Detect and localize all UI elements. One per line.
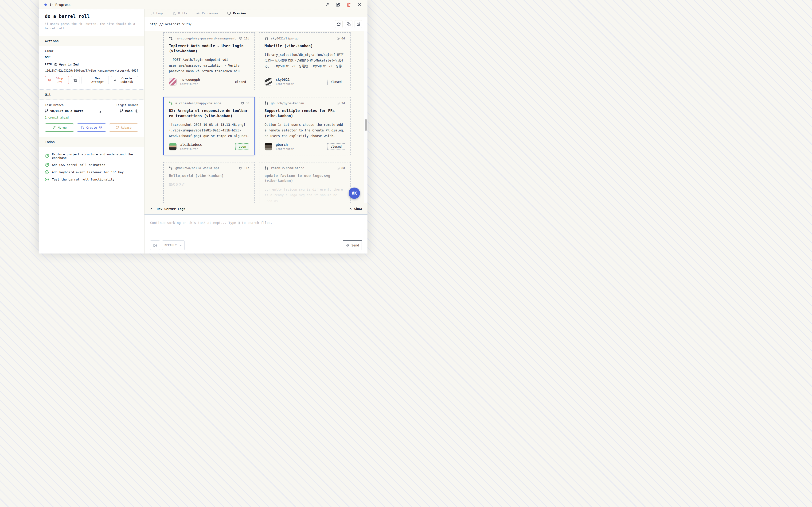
actions-section-header: Actions [39, 36, 144, 46]
todo-item: Explore project structure and understand… [45, 151, 138, 161]
git-branch-icon [45, 109, 48, 113]
tab-label: Processes [202, 11, 218, 15]
open-external-button[interactable] [355, 20, 362, 28]
send-icon [346, 244, 349, 247]
preview-url-bar: http://localhost:5173/ [145, 17, 367, 31]
new-attempt-label: New Attempt [90, 76, 106, 83]
pr-card[interactable]: romanlv/readlater2 8d update favicon to … [259, 162, 351, 203]
git-section-header: Git [39, 90, 144, 100]
status-dot-icon [44, 3, 47, 6]
create-subtask-button[interactable]: Create Subtask [111, 76, 138, 84]
new-attempt-button[interactable]: New Attempt [82, 76, 109, 84]
tab-logs[interactable]: Logs [151, 11, 163, 15]
task-branch-value: vk/063f-do-a-barre [50, 109, 84, 113]
task-sidebar: do a barrel roll if users press the 'b' … [39, 9, 145, 253]
target-branch-value: main [125, 109, 133, 113]
variant-select[interactable]: DEFAULT [162, 240, 185, 250]
dev-server-logs-bar[interactable]: Dev Server Logs Show [145, 203, 367, 215]
pr-card[interactable]: gmaekawa/hello-world-api 11d Hello,world… [163, 162, 255, 203]
avatar [264, 78, 272, 86]
author-role: Contributor [180, 82, 200, 86]
rebase-label: Rebase [121, 126, 132, 129]
terminal-icon [150, 207, 154, 211]
task-dialog: In Progress do a barrel roll if users pr… [39, 0, 367, 253]
todo-label: Explore project structure and understand… [52, 153, 138, 160]
stop-dev-label: Stop Dev [53, 76, 66, 83]
pr-status-badge: closed [327, 144, 345, 150]
author-name: gburch [276, 143, 294, 147]
author-name: sky0621 [276, 78, 294, 81]
repo-name: gburch/gybe-kanban [271, 101, 304, 105]
clock-icon [337, 166, 340, 170]
gear-icon [196, 11, 200, 15]
branch-settings-button[interactable] [135, 109, 138, 113]
edit-button[interactable] [336, 2, 340, 7]
avatar [169, 78, 177, 86]
tab-preview[interactable]: Preview [227, 11, 246, 15]
dev-logs-label: Dev Server Logs [157, 207, 185, 211]
pr-card[interactable]: sky0621/tips-go 6d Makefile (vibe-kanban… [259, 32, 351, 91]
subtask-icon [114, 78, 116, 82]
collapse-button[interactable] [325, 2, 329, 7]
open-in-zed-button[interactable]: Open in Zed [54, 63, 79, 66]
composer: DEFAULT Send [145, 215, 367, 253]
send-button[interactable]: Send [343, 240, 362, 250]
clock-icon [337, 101, 340, 105]
trash-icon [347, 3, 351, 7]
preview-url[interactable]: http://localhost:5173/ [150, 22, 192, 26]
vibe-kanban-floating-badge[interactable]: VK [349, 187, 360, 199]
copy-url-button[interactable] [345, 20, 352, 28]
card-title: Makefile (vibe-kanban) [264, 44, 345, 49]
clock-icon [337, 37, 340, 40]
scrollbar-thumb[interactable] [365, 119, 367, 131]
repo-name: rs-cuongph/my-password-management [175, 37, 236, 40]
pr-card-grid: rs-cuongph/my-password-management 11d Im… [163, 32, 351, 203]
check-circle-icon [45, 154, 49, 158]
pr-card-selected[interactable]: alcibiadesc/happy-balance 3d UX: Arregla… [163, 97, 255, 155]
git-pull-request-icon [169, 166, 173, 170]
preview-scrollbar [364, 31, 367, 203]
external-link-icon [357, 22, 360, 26]
card-title: Implement Auth module - User login (vibe… [169, 44, 249, 54]
attempt-panel: Logs Diffs Processes Preview http://loca… [145, 9, 367, 253]
card-description: ![screenshot 2025-10-03 at 13.13.48.png]… [169, 122, 249, 139]
repo-name: romanlv/readlater2 [271, 166, 304, 170]
target-branch-label: Target Branch [116, 104, 138, 107]
create-pr-button[interactable]: Create PR [77, 123, 106, 132]
git-pull-request-icon [169, 101, 173, 105]
todo-label: Add CSS barrel roll animation [52, 163, 105, 167]
refresh-button[interactable] [335, 20, 343, 28]
edit-icon [336, 3, 340, 7]
plus-icon [85, 78, 87, 82]
dev-logs-button[interactable] [71, 76, 80, 84]
card-description: - POST /auth/login endpoint với username… [169, 57, 249, 74]
stop-dev-button[interactable]: Stop Dev [45, 76, 69, 84]
tab-processes[interactable]: Processes [196, 11, 218, 15]
worktree-path: …2dz0k7n62z93299r0000gn/T/vibe-kanban/wo… [45, 69, 138, 72]
rebase-button[interactable]: Rebase [109, 123, 138, 132]
tab-diffs[interactable]: Diffs [172, 11, 187, 15]
git-branch-icon [120, 109, 123, 113]
agent-label: AGENT [45, 50, 138, 53]
preview-viewport: rs-cuongph/my-password-management 11d Im… [145, 31, 367, 203]
external-link-icon [54, 63, 58, 66]
attach-image-button[interactable] [150, 240, 160, 250]
close-button[interactable] [357, 2, 362, 7]
message-input[interactable] [145, 215, 367, 240]
repo-name: gmaekawa/hello-world-api [175, 166, 219, 170]
delete-button[interactable] [346, 2, 351, 7]
variant-label: DEFAULT [164, 244, 177, 247]
create-pr-label: Create PR [86, 126, 102, 129]
pr-card[interactable]: gburch/gybe-kanban 2d Support multiple r… [259, 97, 351, 155]
author-role: Contributor [180, 148, 202, 151]
show-logs-button[interactable]: Show [349, 207, 362, 211]
status-badge: In Progress [44, 3, 70, 7]
git-pull-request-icon [264, 101, 268, 105]
merge-button[interactable]: Merge [45, 123, 74, 132]
task-description: if users press the 'b' button, the site … [45, 21, 138, 31]
todo-label: Test the barrel roll functionality [52, 178, 114, 181]
stop-circle-icon [48, 78, 51, 82]
pr-card[interactable]: rs-cuongph/my-password-management 11d Im… [163, 32, 255, 91]
image-icon [153, 243, 157, 247]
window-actions [325, 2, 362, 7]
